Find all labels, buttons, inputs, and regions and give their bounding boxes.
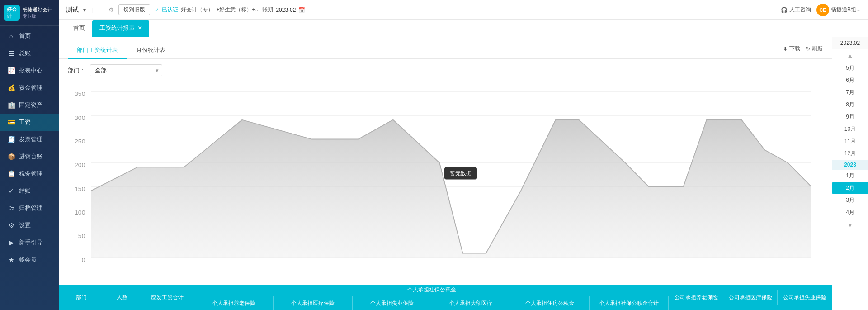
content-area: 部门工资统计表 月份统计表 ⬇ 下载 ↻ 刷新 [59, 37, 868, 310]
sidebar-item-home[interactable]: ⌂ 首页 [0, 28, 59, 45]
cal-month-feb-active[interactable]: 2月 [832, 182, 868, 194]
cal-nav-up[interactable]: ▲ [844, 49, 857, 62]
sub-tabs-right: ⬇ 下载 ↻ 刷新 [783, 45, 823, 56]
tabs-bar: 首页 工资统计报表 ✕ [59, 20, 868, 37]
add-icon[interactable]: ＋ [98, 6, 104, 14]
cal-month-11[interactable]: 11月 [832, 135, 868, 148]
cal-month-apr[interactable]: 4月 [832, 206, 868, 219]
sidebar-item-vip[interactable]: ★ 畅会员 [0, 251, 59, 268]
sidebar-item-fixed-assets[interactable]: 🏢 固定资产 [0, 96, 59, 114]
chart-area: 350 300 250 200 150 100 50 0 [59, 82, 832, 285]
guide-icon: ▶ [7, 239, 15, 246]
sidebar-item-reports[interactable]: 📈 报表中心 [0, 62, 59, 79]
svg-text:350: 350 [75, 91, 85, 97]
ledger-icon: ☰ [7, 50, 15, 57]
certified-icon: ✓ [155, 7, 159, 13]
sub-tabs: 部门工资统计表 月份统计表 ⬇ 下载 ↻ 刷新 [59, 37, 832, 59]
left-panel: 部门工资统计表 月份统计表 ⬇ 下载 ↻ 刷新 [59, 37, 832, 310]
col-total-salary: 应发工资合计 [140, 290, 194, 305]
chart-svg: 350 300 250 200 150 100 50 0 [68, 86, 823, 280]
funds-icon: 💰 [7, 84, 15, 91]
cal-nav-down[interactable]: ▼ [844, 219, 857, 231]
col-pension: 个人承担养老保险 [194, 296, 274, 310]
svg-text:250: 250 [75, 138, 85, 144]
dept-filter-label: 部门： [68, 67, 85, 75]
cal-month-7[interactable]: 7月 [832, 86, 868, 99]
col-company-medical: 公司承担医疗保险 [723, 290, 778, 305]
cal-month-9[interactable]: 9月 [832, 111, 868, 123]
chart-area-fill [91, 120, 811, 258]
sidebar-item-settings[interactable]: ⚙ 设置 [0, 217, 59, 234]
status-certified: 已认证 [162, 6, 178, 14]
tab-home[interactable]: 首页 [66, 20, 92, 37]
col-company-pension: 公司承担养老保险 [669, 290, 723, 305]
salary-icon: 💳 [7, 119, 15, 126]
filter-bar: 部门： 全部 研发部 销售部 财务部 [59, 59, 832, 82]
svg-text:100: 100 [75, 209, 85, 215]
dept-select[interactable]: 全部 研发部 销售部 财务部 [90, 64, 162, 76]
period-label: 账期 [262, 6, 273, 14]
archive-icon: 🗂 [7, 205, 15, 212]
refresh-btn[interactable]: ↻ 刷新 [806, 45, 823, 52]
status-biz: +好生意（标）+... [216, 6, 259, 14]
col-count: 人数 [104, 290, 140, 305]
col-dept: 部门 [59, 290, 104, 305]
main-content: 测试 ▾ | ＋ ⚙ 切到旧版 ✓ 已认证 好会计（专） +好生意（标）+...… [59, 0, 868, 310]
tab-salary[interactable]: 工资统计报表 ✕ [92, 20, 149, 37]
col-major-medical: 个人承担大额医疗 [431, 296, 510, 310]
group-sub-headers: 个人承担养老保险 个人承担医疗保险 个人承担失业保险 个人承担大额医疗 个人承担… [194, 296, 669, 310]
sidebar: 好会计 畅捷通好会计 专业版 ⌂ 首页 ☰ 总账 📈 报表中心 💰 资金管理 🏢… [0, 0, 59, 310]
cal-month-jan[interactable]: 1月 [832, 170, 868, 182]
sub-tab-monthly[interactable]: 月份统计表 [127, 43, 175, 59]
cal-month-mar[interactable]: 3月 [832, 194, 868, 206]
download-icon: ⬇ [783, 46, 788, 52]
sidebar-item-checkout[interactable]: ✓ 结账 [0, 182, 59, 200]
status-good: 好会计（专） [181, 6, 213, 14]
col-company-unemployment: 公司承担失业保险 [778, 290, 832, 305]
topbar: 测试 ▾ | ＋ ⚙ 切到旧版 ✓ 已认证 好会计（专） +好生意（标）+...… [59, 0, 868, 20]
user-avatar: CE [816, 4, 829, 16]
cal-year-label: 2023.02 [832, 37, 868, 49]
cal-month-12[interactable]: 12月 [832, 148, 868, 160]
topbar-dropdown[interactable]: ▾ [83, 7, 86, 13]
svg-text:150: 150 [75, 186, 85, 192]
sidebar-item-tax[interactable]: 📋 税务管理 [0, 165, 59, 182]
tab-close-icon[interactable]: ✕ [137, 25, 142, 31]
cal-month-5[interactable]: 5月 [832, 62, 868, 74]
sidebar-item-archive[interactable]: 🗂 归档管理 [0, 200, 59, 217]
switch-to-old-btn[interactable]: 切到旧版 [118, 4, 150, 15]
home-icon: ⌂ [7, 33, 15, 40]
reports-icon: 📈 [7, 67, 15, 74]
tax-icon: 📋 [7, 170, 15, 177]
cal-month-10[interactable]: 10月 [832, 123, 868, 135]
refresh-icon: ↻ [806, 46, 810, 52]
vip-icon: ★ [7, 256, 15, 263]
sidebar-item-salary[interactable]: 💳 工资 [0, 114, 59, 131]
fixed-assets-icon: 🏢 [7, 101, 15, 109]
download-btn[interactable]: ⬇ 下载 [783, 45, 800, 52]
right-panel: 2023.02 ▲ 5月 6月 7月 8月 9月 10月 11月 12月 202… [832, 37, 868, 310]
sidebar-item-ledger[interactable]: ☰ 总账 [0, 45, 59, 62]
settings-topbar-icon[interactable]: ⚙ [108, 6, 114, 13]
sidebar-menu: ⌂ 首页 ☰ 总账 📈 报表中心 💰 资金管理 🏢 固定资产 💳 工资 🧾 发票… [0, 26, 59, 310]
svg-text:50: 50 [78, 233, 85, 239]
checkout-icon: ✓ [7, 187, 15, 195]
user-menu-btn[interactable]: CE 畅捷通B组... [816, 4, 861, 16]
ai-consult-btn[interactable]: 🎧 人工咨询 [781, 6, 811, 14]
sidebar-logo: 好会计 畅捷通好会计 专业版 [0, 0, 59, 26]
period-value: 2023-02 [276, 7, 296, 13]
cal-year-2023: 2023 [832, 160, 868, 170]
dept-select-wrap: 全部 研发部 销售部 财务部 [90, 64, 162, 76]
svg-text:0: 0 [82, 257, 85, 263]
cal-month-6[interactable]: 6月 [832, 74, 868, 86]
sidebar-item-guide[interactable]: ▶ 新手引导 [0, 234, 59, 251]
calendar-icon[interactable]: 📅 [298, 7, 305, 13]
sub-tab-dept[interactable]: 部门工资统计表 [68, 43, 127, 59]
sidebar-item-funds[interactable]: 💰 资金管理 [0, 79, 59, 96]
sub-tabs-left: 部门工资统计表 月份统计表 [68, 43, 175, 58]
sidebar-item-sales[interactable]: 📦 进销台账 [0, 148, 59, 165]
col-housing-fund: 个人承担住房公积金 [510, 296, 590, 310]
logo-icon: 好会计 [4, 5, 20, 21]
cal-month-8[interactable]: 8月 [832, 99, 868, 111]
sidebar-item-invoice[interactable]: 🧾 发票管理 [0, 131, 59, 148]
